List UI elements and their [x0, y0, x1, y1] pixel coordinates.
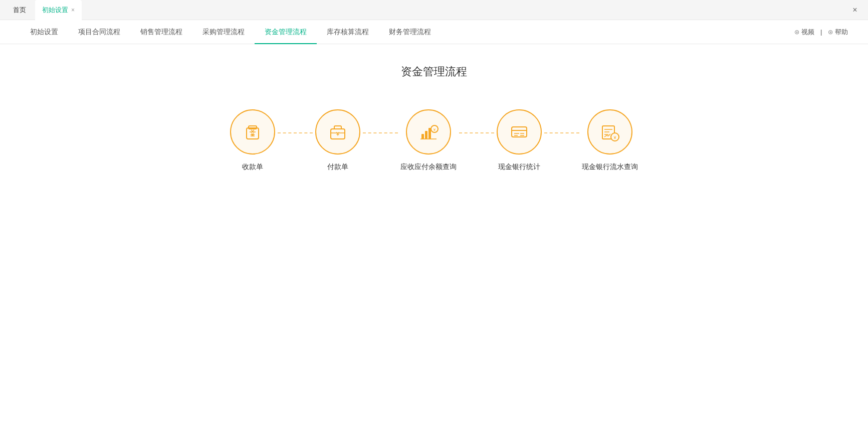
nav-item-finance[interactable]: 资金管理流程	[255, 20, 317, 44]
flow-label-bank-stats: 现金银行统计	[498, 163, 540, 172]
tab-initial-setup[interactable]: 初始设置 ×	[35, 0, 82, 20]
nav-item-initial[interactable]: 初始设置	[20, 20, 68, 44]
flow-circle-balance: ¥	[406, 109, 451, 155]
tab-home-label: 首页	[13, 6, 26, 15]
nav-item-accounting[interactable]: 财务管理流程	[379, 20, 441, 44]
flow-container: ¥ 收款单 ¥	[30, 109, 838, 172]
flow-connector-3	[457, 132, 497, 133]
top-bar: 首页 初始设置 × ×	[0, 0, 868, 20]
flow-label-payment: 付款单	[327, 163, 348, 172]
svg-rect-9	[421, 134, 424, 139]
flow-item-receipt[interactable]: ¥ 收款单	[230, 109, 275, 172]
flow-item-bank-flow[interactable]: ¥ 现金银行流水查询	[582, 109, 638, 172]
svg-rect-15	[512, 127, 527, 137]
flow-item-payment[interactable]: ¥ 付款单	[315, 109, 360, 172]
flow-circle-receipt: ¥	[230, 109, 275, 155]
nav-item-project[interactable]: 项目合同流程	[68, 20, 130, 44]
main-content: 资金管理流程 ¥ 收款单	[0, 44, 868, 192]
payment-yen-icon: ¥	[327, 121, 349, 143]
page-title: 资金管理流程	[30, 64, 838, 79]
flow-label-bank-flow: 现金银行流水查询	[582, 163, 638, 172]
nav-item-inventory[interactable]: 库存核算流程	[317, 20, 379, 44]
top-bar-right: ×	[848, 3, 862, 17]
flow-circle-payment: ¥	[315, 109, 360, 155]
nav-right: ⊙ 视频 | ⊙ 帮助	[794, 28, 848, 37]
receipt-yen-icon: ¥	[242, 121, 264, 143]
flow-connector-4	[542, 132, 582, 133]
nav-bar: 初始设置 项目合同流程 销售管理流程 采购管理流程 资金管理流程 库存核算流程 …	[0, 20, 868, 44]
flow-label-receipt: 收款单	[242, 163, 263, 172]
bank-stats-icon	[508, 121, 530, 143]
tab-home[interactable]: 首页	[6, 0, 33, 20]
nav-item-purchase[interactable]: 采购管理流程	[192, 20, 255, 44]
flow-connector-1	[275, 132, 315, 133]
flow-item-balance[interactable]: ¥ 应收应付余额查询	[400, 109, 457, 172]
tab-initial-setup-label: 初始设置	[42, 6, 68, 15]
svg-rect-10	[425, 131, 427, 139]
tab-close-icon[interactable]: ×	[71, 7, 75, 14]
bank-flow-icon: ¥	[599, 121, 621, 143]
help-link[interactable]: ⊙ 帮助	[828, 28, 848, 37]
svg-text:¥: ¥	[433, 127, 436, 132]
balance-query-icon: ¥	[417, 121, 440, 143]
video-link[interactable]: ⊙ 视频	[794, 28, 814, 37]
svg-text:¥: ¥	[336, 131, 340, 137]
window-close-button[interactable]: ×	[848, 3, 862, 17]
nav-separator: |	[820, 28, 822, 36]
flow-connector-2	[360, 132, 400, 133]
flow-circle-bank-flow: ¥	[587, 109, 632, 155]
flow-item-bank-stats[interactable]: 现金银行统计	[497, 109, 542, 172]
flow-label-balance: 应收应付余额查询	[400, 163, 457, 172]
flow-circle-bank-stats	[497, 109, 542, 155]
svg-text:¥: ¥	[613, 135, 616, 140]
nav-item-sales[interactable]: 销售管理流程	[130, 20, 192, 44]
